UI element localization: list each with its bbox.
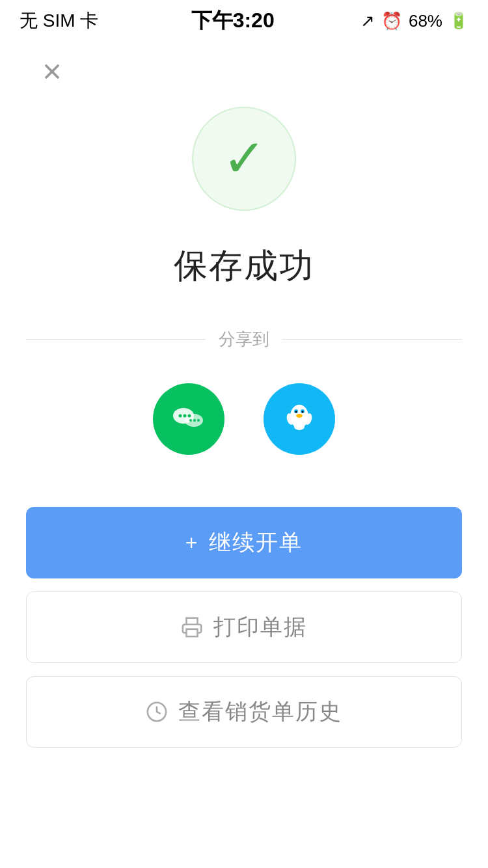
svg-point-20 (294, 424, 305, 430)
main-content: ✓ 保存成功 分享到 (0, 42, 488, 748)
location-icon: ↗ (360, 11, 375, 31)
status-bar: 无 SIM 卡 下午3:20 ↗ ⏰ 68% 🔋 (0, 0, 488, 42)
alarm-icon: ⏰ (381, 11, 402, 31)
svg-point-6 (183, 414, 187, 418)
svg-point-10 (197, 419, 200, 422)
svg-point-8 (189, 419, 192, 422)
no-sim-label: 无 SIM 卡 (20, 8, 98, 33)
printer-icon (181, 616, 203, 638)
status-time: 下午3:20 (191, 7, 275, 35)
history-button[interactable]: 查看销货单历史 (26, 676, 462, 748)
share-section: 分享到 (0, 328, 488, 455)
qq-share-button[interactable] (264, 383, 335, 455)
svg-point-5 (179, 414, 182, 418)
print-button[interactable]: 打印单据 (26, 591, 462, 663)
svg-point-9 (193, 419, 196, 422)
battery-label: 68% (409, 11, 442, 31)
clock-icon (146, 701, 168, 723)
success-title: 保存成功 (174, 243, 314, 289)
wechat-share-button[interactable] (153, 383, 224, 455)
close-button[interactable] (33, 52, 72, 91)
svg-point-7 (188, 414, 191, 418)
continue-label: 继续开单 (209, 528, 303, 558)
buttons-section: + 继续开单 打印单据 查看销货单历史 (0, 507, 488, 748)
checkmark-icon: ✓ (223, 133, 266, 185)
share-label: 分享到 (219, 328, 269, 351)
divider-right (282, 339, 462, 340)
share-divider: 分享到 (26, 328, 462, 351)
svg-point-16 (302, 411, 304, 413)
status-left: 无 SIM 卡 (20, 8, 105, 33)
divider-left (26, 339, 206, 340)
plus-icon: + (185, 531, 199, 555)
status-right: ↗ ⏰ 68% 🔋 (360, 11, 468, 31)
svg-rect-21 (187, 629, 198, 636)
battery-icon: 🔋 (449, 12, 468, 30)
svg-point-17 (296, 414, 303, 418)
continue-button[interactable]: + 继续开单 (26, 507, 462, 578)
share-icons (26, 383, 462, 455)
success-icon-circle: ✓ (192, 107, 296, 211)
history-label: 查看销货单历史 (178, 697, 342, 727)
print-label: 打印单据 (213, 612, 307, 642)
svg-point-15 (295, 411, 297, 413)
